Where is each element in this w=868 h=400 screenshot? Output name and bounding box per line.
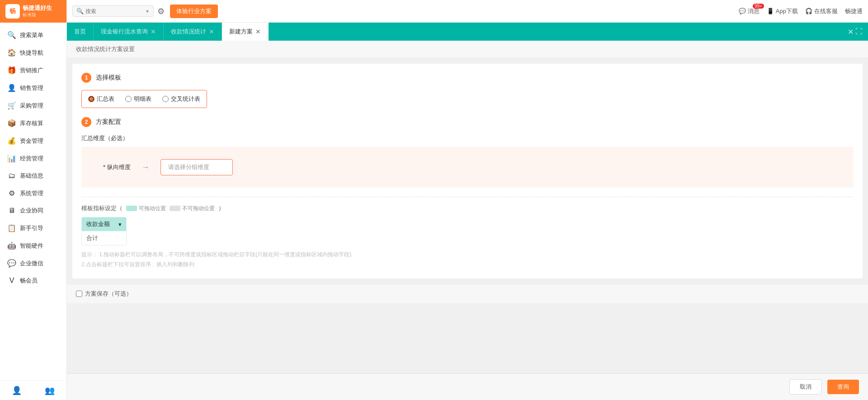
section-divider xyxy=(81,197,854,197)
sidebar-item-label-quick-nav: 快捷导航 xyxy=(20,49,43,57)
finance-icon: 💰 xyxy=(7,136,16,145)
radio-cross-input[interactable] xyxy=(162,96,169,102)
sidebar-item-quick-nav[interactable]: 🏠快捷导航 xyxy=(0,44,66,61)
corp-collab-icon: 🖥 xyxy=(7,207,16,215)
search-icon: 🔍 xyxy=(76,8,84,14)
user-menu[interactable]: 畅捷通 xyxy=(845,7,863,15)
sidebar-item-basic-info[interactable]: 🗂基础信息 xyxy=(0,167,66,184)
online-service-icon: 🎧 xyxy=(805,8,812,14)
newbie-icon: 📋 xyxy=(7,224,16,232)
sidebar-item-business[interactable]: 📊经营管理 xyxy=(0,150,66,167)
tab-close-bank-flow[interactable]: ✕ xyxy=(151,28,156,35)
close-window-icon[interactable]: ✕ xyxy=(848,28,854,36)
quick-nav-icon: 🏠 xyxy=(7,48,16,57)
tip-2: 2.点击标题栏下拉可设置排序、插入列和删除列 xyxy=(81,260,854,270)
sidebar-item-corp-collab[interactable]: 🖥企业协同 xyxy=(0,202,66,219)
app-download-icon: 📱 xyxy=(767,8,774,14)
sidebar-item-label-vip: 畅会员 xyxy=(20,277,38,285)
sidebar-item-label-system: 系统管理 xyxy=(20,189,43,198)
topbar-search-wrap: 🔍 ▾ xyxy=(72,5,154,17)
radio-summary-input[interactable] xyxy=(88,96,94,102)
sidebar-item-corp-wechat[interactable]: 💬企业微信 xyxy=(0,254,66,272)
footer: 取消 查询 xyxy=(67,373,868,400)
sidebar-logo: 畅 畅捷通好生 标准版 xyxy=(0,0,66,23)
basic-info-icon: 🗂 xyxy=(7,172,16,180)
tab-home[interactable]: 首页 xyxy=(67,23,94,41)
page-title: 收款情况统计方案设置 xyxy=(76,46,135,52)
page-title-bar: 收款情况统计方案设置 xyxy=(67,41,868,58)
dropdown-arrow-icon[interactable]: ▾ xyxy=(146,8,149,14)
sidebar-item-sales[interactable]: 👤销售管理 xyxy=(0,79,66,97)
sidebar-item-marketing[interactable]: 🎁营销推广 xyxy=(0,61,66,79)
radio-summary[interactable]: 汇总表 xyxy=(88,95,114,103)
chevron-down-icon[interactable]: ▾ xyxy=(118,221,122,228)
cancel-button[interactable]: 取消 xyxy=(789,379,822,395)
sidebar-item-search-menu[interactable]: 🔍搜索菜单 xyxy=(0,26,66,44)
notification-icon: 💬 xyxy=(739,8,746,14)
tips-area: 提示： 1.拖动标题栏可以调整布局，不可跨维度或指标区域拖动栏目字段(只能在同一… xyxy=(81,250,854,269)
tab-bank-flow[interactable]: 现金银行流水查询 ✕ xyxy=(94,23,164,41)
draggable-label: 可拖动位置 xyxy=(139,205,166,212)
trial-button[interactable]: 体验行业方案 xyxy=(170,5,218,18)
topbar-right: 💬 消息 99+ 📱 App下载 🎧 在线客服 畅捷通 xyxy=(739,7,863,15)
tabbar: 首页 现金银行流水查询 ✕ 收款情况统计 ✕ 新建方案 ✕ ✕ ⛶ xyxy=(67,23,868,41)
topbar: 🔍 ▾ ⚙ 体验行业方案 💬 消息 99+ 📱 App下载 🎧 在线客服 畅捷通 xyxy=(67,0,868,23)
radio-detail[interactable]: 明细表 xyxy=(125,95,151,103)
query-button[interactable]: 查询 xyxy=(827,380,859,394)
dimension-area: * 纵向维度 → 请选择分组维度 xyxy=(81,147,854,188)
radio-cross[interactable]: 交叉统计表 xyxy=(162,95,200,103)
sidebar-item-smart-hw[interactable]: 🤖智能硬件 xyxy=(0,237,66,254)
sidebar-item-purchase[interactable]: 🛒采购管理 xyxy=(0,97,66,114)
sidebar-item-label-newbie: 新手引导 xyxy=(20,224,43,232)
tip-1: 提示： 1.拖动标题栏可以调整布局，不可跨维度或指标区域拖动栏目字段(只能在同一… xyxy=(81,250,854,260)
dimension-section: 汇总维度（必选） * 纵向维度 → 请选择分组维度 xyxy=(81,134,854,188)
tab-close-new-plan[interactable]: ✕ xyxy=(255,28,261,35)
sidebar-item-label-purchase: 采购管理 xyxy=(20,102,43,110)
tab-receipt-stats[interactable]: 收款情况统计 ✕ xyxy=(164,23,222,41)
gear-icon[interactable]: ⚙ xyxy=(157,6,165,16)
sidebar-item-finance[interactable]: 💰资金管理 xyxy=(0,132,66,150)
metric-group-receipt: 收款金额 ▾ 合计 xyxy=(81,217,127,245)
save-option-label: 方案保存（可选） xyxy=(85,290,132,298)
step2-badge: 2 xyxy=(81,117,91,127)
sidebar-bottom-user2[interactable]: 👥 xyxy=(45,386,55,395)
step1-header: 1 选择模板 xyxy=(81,73,854,83)
sidebar-item-label-inventory: 库存核算 xyxy=(20,119,43,127)
metric-group-header[interactable]: 收款金额 ▾ xyxy=(82,217,126,231)
topbar-search-input[interactable] xyxy=(85,8,144,14)
metrics-setting: 模板指标设定（ 可拖动位置 不可拖动位置 ） 收款金额 xyxy=(81,204,854,245)
smart-hw-icon: 🤖 xyxy=(7,241,16,250)
purchase-icon: 🛒 xyxy=(7,101,16,110)
app-download-button[interactable]: 📱 App下载 xyxy=(767,7,798,15)
sidebar-item-label-corp-collab: 企业协同 xyxy=(20,207,43,215)
sidebar-item-system[interactable]: ⚙系统管理 xyxy=(0,184,66,202)
metrics-title-text: 模板指标设定（ xyxy=(81,204,123,212)
metric-group-rows: 合计 xyxy=(82,231,126,245)
business-icon: 📊 xyxy=(7,154,16,163)
step1-label: 选择模板 xyxy=(96,74,121,82)
sidebar-item-newbie[interactable]: 📋新手引导 xyxy=(0,219,66,237)
tab-new-plan[interactable]: 新建方案 ✕ xyxy=(222,23,269,41)
sidebar: 畅 畅捷通好生 标准版 🔍搜索菜单🏠快捷导航🎁营销推广👤销售管理🛒采购管理📦库存… xyxy=(0,0,67,400)
online-service-button[interactable]: 🎧 在线客服 xyxy=(805,7,838,15)
draggable-legend-dot xyxy=(126,206,137,211)
metric-row-total[interactable]: 合计 xyxy=(82,231,126,245)
step2-header: 2 方案配置 xyxy=(81,117,854,127)
dim-selector[interactable]: 请选择分组维度 xyxy=(160,159,233,175)
save-checkbox[interactable] xyxy=(76,291,82,297)
main-area: 🔍 ▾ ⚙ 体验行业方案 💬 消息 99+ 📱 App下载 🎧 在线客服 畅捷通 xyxy=(67,0,868,400)
search-menu-icon: 🔍 xyxy=(7,31,16,39)
step1-badge: 1 xyxy=(81,73,91,83)
notification-badge: 99+ xyxy=(753,4,764,9)
sidebar-bottom-user1[interactable]: 👤 xyxy=(12,386,22,395)
sidebar-item-label-finance: 资金管理 xyxy=(20,137,43,145)
radio-detail-input[interactable] xyxy=(125,96,132,102)
sidebar-item-label-corp-wechat: 企业微信 xyxy=(20,259,43,268)
sidebar-item-vip[interactable]: V畅会员 xyxy=(0,272,66,289)
maximize-window-icon[interactable]: ⛶ xyxy=(855,28,863,36)
notification-button[interactable]: 💬 消息 99+ xyxy=(739,7,760,15)
fixed-label: 不可拖动位置 xyxy=(182,205,215,212)
sidebar-item-inventory[interactable]: 📦库存核算 xyxy=(0,114,66,132)
dimension-section-title: 汇总维度（必选） xyxy=(81,134,854,142)
tab-close-receipt-stats[interactable]: ✕ xyxy=(209,28,214,35)
